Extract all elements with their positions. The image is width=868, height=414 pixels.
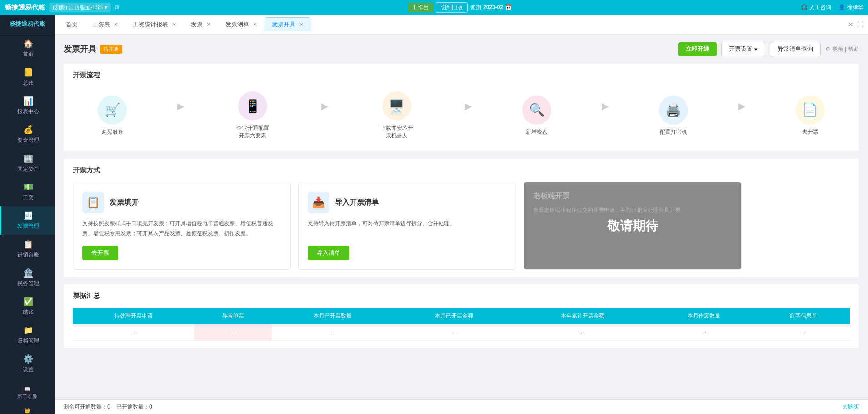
assets-icon: 🏢 xyxy=(23,153,33,163)
sidebar-label-settlement: 结账 xyxy=(23,308,34,316)
config-open-label: 企业开通配置开票六要素 xyxy=(234,124,271,140)
top-bar-left: 畅捷通易代账 (勿删) 江西服宝-LSS ▾ ⧉ xyxy=(5,3,119,12)
tab-close-invoice[interactable]: ✕ xyxy=(206,21,211,28)
process-step-buy-service[interactable]: 🛒购买服务 xyxy=(98,96,127,136)
process-step-config-printer[interactable]: 🖨️配置打印机 xyxy=(659,96,688,136)
tax-icon: 🏦 xyxy=(23,268,33,278)
vip-icon: 👑 xyxy=(24,408,30,414)
sidebar-label-invoice: 发票管理 xyxy=(17,222,39,230)
process-arrow-1: ▶ xyxy=(321,101,328,111)
user-info[interactable]: 👤 徐泽华 xyxy=(838,4,863,11)
process-arrow-4: ▶ xyxy=(738,101,745,111)
process-step-config-open[interactable]: 📱企业开通配置开票六要素 xyxy=(234,91,271,140)
guide-label: 新手引导 xyxy=(17,394,37,400)
remain-label: 剩余可开通数量：0 xyxy=(64,404,110,410)
abnormal-button[interactable]: 异常清单查询 xyxy=(770,42,821,56)
copy-icon[interactable]: ⧉ xyxy=(115,4,119,11)
sidebar-item-settings[interactable]: ⚙️设置 xyxy=(0,349,55,378)
company-selector[interactable]: (勿删) 江西服宝-LSS ▾ xyxy=(49,3,111,12)
process-arrow-2: ▶ xyxy=(465,101,472,111)
summary-cell-5: -- xyxy=(651,324,758,341)
sidebar-item-invoice[interactable]: 🧾发票管理 xyxy=(0,206,55,235)
bottom-bar-left: 剩余可开通数量：0 已开通数量：0 xyxy=(64,403,152,411)
sidebar-item-guide[interactable]: 📖 新手引导 xyxy=(2,383,53,404)
page-header: 发票开具 待开通 立即开通 开票设置 ▾ 异常清单查询 ⚙ 视频 | 帮助 xyxy=(64,42,859,56)
process-step-start-invoice[interactable]: 📄去开票 xyxy=(796,96,825,136)
sidebar-item-funds[interactable]: 💰资金管理 xyxy=(0,120,55,149)
reports-icon: 📊 xyxy=(23,96,33,106)
content-area: 首页工资表✕工资统计报表✕发票✕发票测算✕发票开具✕ ✕ ⛶ 发票开具 待开通 … xyxy=(55,15,868,414)
old-terminal-overlay: 敬请期待 xyxy=(524,182,741,269)
sidebar-item-purchase[interactable]: 📋进销台账 xyxy=(0,235,55,263)
summary-header: 本月作废数量 xyxy=(651,308,758,324)
tab-payroll-report[interactable]: 工资统计报表✕ xyxy=(126,17,183,31)
headset-icon: 🎧 xyxy=(801,4,808,10)
sidebar-label-settings: 设置 xyxy=(23,366,34,374)
divider: | xyxy=(845,46,846,52)
sidebar-item-reports[interactable]: 📊报表中心 xyxy=(0,91,55,120)
tab-invoice-calc[interactable]: 发票测算✕ xyxy=(219,17,264,31)
open-now-button[interactable]: 立即开通 xyxy=(678,42,717,56)
add-taxbox-icon: 🔍 xyxy=(522,96,551,125)
import-btn-area: 导入清单 xyxy=(308,246,349,260)
sidebar-item-home[interactable]: 🏠首页 xyxy=(0,34,55,63)
invoice-method-section: 开票方式 📋 发票填开 支持按照发票样式手工填充开发票；可开具增值税电子普通发票… xyxy=(64,159,859,277)
sidebar-item-vip[interactable]: 👑 畅会员 xyxy=(2,404,53,414)
summary-cell-1[interactable]: -- xyxy=(194,324,272,341)
summary-cell-0: -- xyxy=(73,324,194,341)
tab-payroll-table[interactable]: 工资表✕ xyxy=(85,17,125,31)
page-title-area: 发票开具 待开通 xyxy=(64,44,122,55)
tab-close-invoice-tool[interactable]: ✕ xyxy=(299,21,304,28)
help-label: 帮助 xyxy=(848,45,859,53)
tab-invoice[interactable]: 发票✕ xyxy=(184,17,218,31)
config-printer-label: 配置打印机 xyxy=(660,128,687,136)
workstation-button[interactable]: 工作台 xyxy=(408,3,433,12)
tab-close-payroll-report[interactable]: ✕ xyxy=(172,21,176,28)
method-cards: 📋 发票填开 支持按照发票样式手工填充开发票；可开具增值税电子普通发票、增值税普… xyxy=(73,182,850,270)
import-invoice-card: 📥 导入开票清单 支持导入待开票清单，可对待开票清单进行拆分、合并处理。 导入清… xyxy=(298,182,516,270)
sidebar-item-ledger[interactable]: 📒总账 xyxy=(0,63,55,91)
sidebar-label-reports: 报表中心 xyxy=(17,108,39,116)
summary-cell-3: -- xyxy=(393,324,514,341)
process-flow-section: 开票流程 🛒购买服务▶📱企业开通配置开票六要素▶🖥️下载并安装开票机器人▶🔍新增… xyxy=(64,64,859,151)
sidebar-items: 🏠首页📒总账📊报表中心💰资金管理🏢固定资产💵工资🧾发票管理📋进销台账🏦税务管理✅… xyxy=(0,34,55,378)
sidebar-item-assets[interactable]: 🏢固定资产 xyxy=(0,149,55,177)
summary-cell-4: -- xyxy=(515,324,651,341)
bottom-bar: 剩余可开通数量：0 已开通数量：0 去购买 xyxy=(55,399,868,414)
tab-close-payroll-table[interactable]: ✕ xyxy=(114,21,118,28)
config-printer-icon: 🖨️ xyxy=(659,96,688,125)
buy-service-label: 购买服务 xyxy=(101,128,123,136)
calendar-icon[interactable]: 📅 xyxy=(505,4,512,10)
username: 徐泽华 xyxy=(847,4,863,11)
process-step-download-robot[interactable]: 🖥️下载并安装开票机器人 xyxy=(379,91,415,140)
sidebar-item-settlement[interactable]: ✅结账 xyxy=(0,292,55,321)
support-button[interactable]: 🎧 人工咨询 xyxy=(801,4,831,11)
page-content: 发票开具 待开通 立即开通 开票设置 ▾ 异常清单查询 ⚙ 视频 | 帮助 xyxy=(55,35,868,399)
sidebar-item-tax[interactable]: 🏦税务管理 xyxy=(0,263,55,292)
page-title: 发票开具 xyxy=(64,44,96,55)
chevron-down-icon: ▾ xyxy=(105,4,107,10)
sidebar-item-payroll[interactable]: 💵工资 xyxy=(0,177,55,206)
tab-invoice-tool[interactable]: 发票开具✕ xyxy=(265,17,310,31)
avatar-icon: 👤 xyxy=(838,4,845,10)
settings-button[interactable]: 开票设置 ▾ xyxy=(721,42,765,56)
tab-close-invoice-calc[interactable]: ✕ xyxy=(253,21,257,28)
switch-old-version-button[interactable]: 切到旧版 xyxy=(436,2,468,13)
settings-icon: ⚙️ xyxy=(23,354,33,364)
buy-link[interactable]: 去购买 xyxy=(843,403,859,411)
view-label: 视频 xyxy=(832,45,843,53)
overlay-text: 敬请期待 xyxy=(607,217,658,235)
summary-cell-2: -- xyxy=(272,324,393,341)
top-bar: 畅捷通易代账 (勿删) 江西服宝-LSS ▾ ⧉ 工作台 切到旧版 账期 202… xyxy=(0,0,868,15)
expand-icon[interactable]: ⛶ xyxy=(857,21,863,28)
close-all-icon[interactable]: ✕ xyxy=(848,21,853,28)
main-layout: 畅捷通易代账 🏠首页📒总账📊报表中心💰资金管理🏢固定资产💵工资🧾发票管理📋进销台… xyxy=(0,15,868,414)
process-step-add-taxbox[interactable]: 🔍新增税盘 xyxy=(522,96,551,136)
import-list-button[interactable]: 导入清单 xyxy=(308,246,349,260)
tab-home[interactable]: 首页 xyxy=(59,17,85,31)
sidebar-item-archive[interactable]: 📁归档管理 xyxy=(0,321,55,349)
sidebar-label-archive: 归档管理 xyxy=(17,337,39,345)
tab-bar-right: ✕ ⛶ xyxy=(848,21,863,28)
sidebar-label-tax: 税务管理 xyxy=(17,280,39,288)
go-invoice-button[interactable]: 去开票 xyxy=(82,246,118,260)
